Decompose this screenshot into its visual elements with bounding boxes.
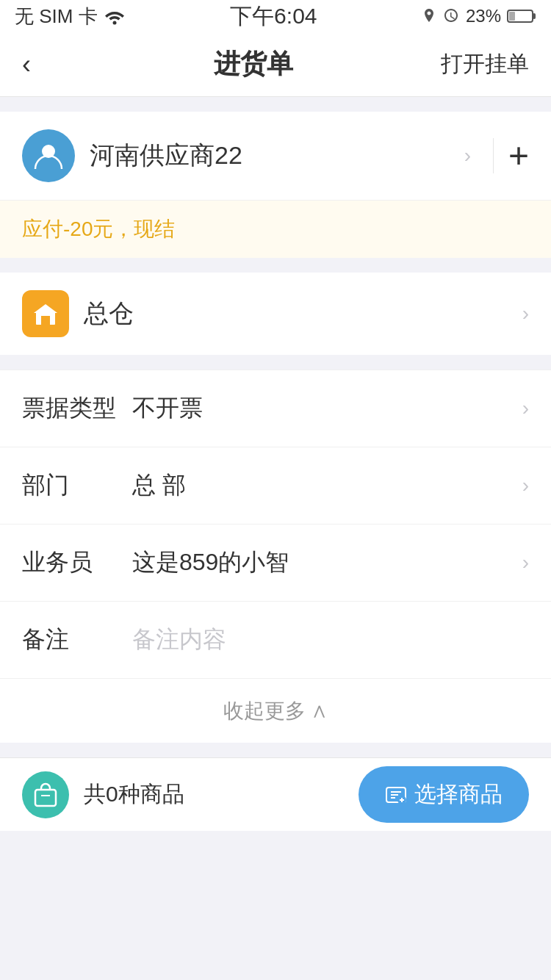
alarm-icon (442, 7, 460, 25)
carrier-text: 无 SIM 卡 (15, 4, 98, 29)
battery-icon (507, 8, 536, 24)
add-supplier-button[interactable]: + (493, 138, 529, 173)
collapse-text: 收起更多 ∧ (223, 697, 328, 725)
svg-rect-8 (35, 790, 56, 806)
status-bar: 无 SIM 卡 下午6:04 23% (0, 0, 551, 32)
nav-bar: ‹ 进货单 打开挂单 (0, 32, 551, 97)
supplier-card: 河南供应商22 › + 应付-20元，现结 (0, 112, 551, 258)
department-value: 总 部 (132, 469, 522, 502)
department-label: 部门 (22, 469, 125, 502)
warehouse-building-icon (32, 300, 60, 328)
battery-percent: 23% (466, 6, 501, 26)
warehouse-arrow-icon: › (522, 302, 529, 325)
select-product-label: 选择商品 (414, 779, 503, 810)
form-card: 票据类型 不开票 › 部门 总 部 › 业务员 这是859的小智 › 备注 备注… (0, 370, 551, 743)
svg-rect-2 (533, 13, 536, 19)
open-pending-button[interactable]: 打开挂单 (441, 49, 529, 79)
section-gap-4 (0, 743, 551, 757)
ticket-type-label: 票据类型 (22, 392, 125, 425)
product-count: 共0种商品 (84, 779, 359, 810)
supplier-avatar (22, 129, 75, 182)
department-row[interactable]: 部门 总 部 › (0, 447, 551, 524)
collapse-bar[interactable]: 收起更多 ∧ (0, 678, 551, 743)
person-icon (32, 140, 65, 172)
content-area (0, 831, 551, 980)
location-icon (422, 7, 436, 25)
product-icon (22, 771, 69, 818)
wifi-icon (104, 7, 126, 25)
section-gap-2 (0, 258, 551, 273)
section-gap-1 (0, 97, 551, 112)
notice-bar: 应付-20元，现结 (0, 201, 551, 258)
salesperson-value: 这是859的小智 (132, 547, 522, 579)
notice-text: 应付-20元，现结 (22, 217, 175, 240)
warehouse-icon (22, 290, 69, 337)
warehouse-name: 总仓 (84, 297, 522, 331)
section-gap-3 (0, 355, 551, 370)
select-product-icon (385, 784, 407, 806)
select-product-button[interactable]: 选择商品 (359, 766, 529, 823)
ticket-type-arrow: › (522, 397, 529, 420)
ticket-type-value: 不开票 (132, 392, 522, 425)
warehouse-card: 总仓 › (0, 273, 551, 355)
salesperson-arrow: › (522, 551, 529, 574)
ticket-type-row[interactable]: 票据类型 不开票 › (0, 370, 551, 447)
remark-label: 备注 (22, 624, 125, 656)
svg-rect-3 (509, 12, 515, 21)
supplier-arrow-icon: › (464, 144, 471, 167)
remark-row[interactable]: 备注 备注内容 (0, 601, 551, 678)
back-button[interactable]: ‹ (22, 49, 66, 80)
bottom-bar: 共0种商品 选择商品 (0, 757, 551, 831)
supplier-row[interactable]: 河南供应商22 › + (0, 112, 551, 201)
remark-input[interactable]: 备注内容 (132, 624, 529, 656)
supplier-name: 河南供应商22 (90, 139, 464, 173)
department-arrow: › (522, 474, 529, 497)
salesperson-label: 业务员 (22, 547, 125, 579)
page-title: 进货单 (214, 46, 293, 82)
status-carrier: 无 SIM 卡 (15, 4, 126, 29)
status-right: 23% (422, 6, 536, 26)
status-time: 下午6:04 (230, 1, 317, 32)
svg-rect-7 (41, 316, 50, 325)
salesperson-row[interactable]: 业务员 这是859的小智 › (0, 524, 551, 601)
svg-point-0 (112, 21, 116, 25)
shopping-bag-icon (32, 781, 60, 809)
svg-marker-6 (34, 304, 57, 313)
warehouse-row[interactable]: 总仓 › (0, 273, 551, 355)
